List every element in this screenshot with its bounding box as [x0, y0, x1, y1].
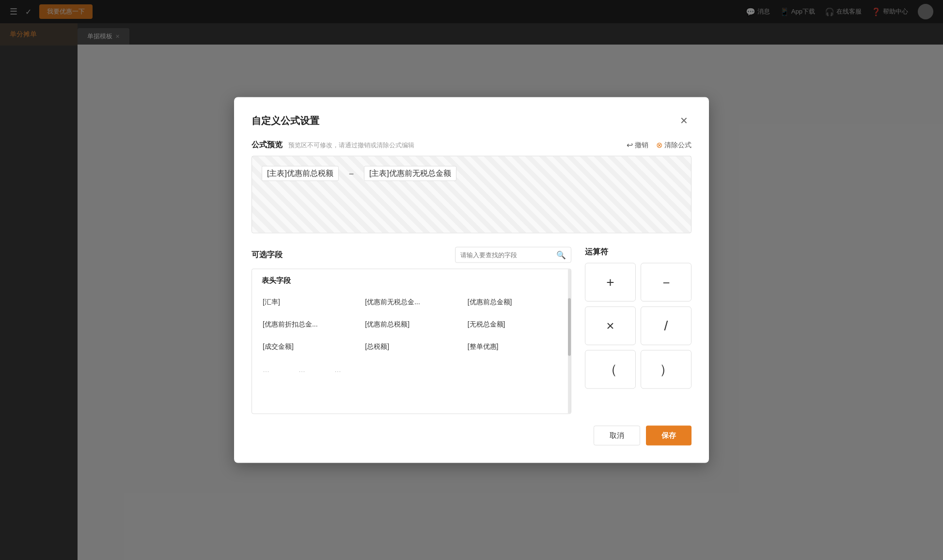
formula-operator-1: －: [345, 167, 358, 180]
fields-list-container[interactable]: 表头字段 [汇率] [优惠前无税总金... [优惠前总金额] [优惠前折扣总金.…: [251, 269, 571, 414]
operators-grid: + － × / （ ）: [585, 263, 692, 389]
search-icon: 🔍: [556, 250, 566, 260]
field-item[interactable]: [优惠前折扣总金...: [258, 313, 360, 336]
undo-icon: [627, 140, 633, 150]
field-item[interactable]: [整单优惠]: [463, 336, 565, 358]
modal-close-button[interactable]: ✕: [676, 113, 692, 128]
modal-title: 自定义公式设置: [251, 114, 319, 127]
operator-multiply-button[interactable]: ×: [585, 307, 636, 345]
save-button[interactable]: 保存: [646, 426, 692, 446]
fields-label: 可选字段: [251, 250, 283, 260]
operator-left-paren-button[interactable]: （: [585, 350, 636, 389]
field-search-box[interactable]: 🔍: [455, 247, 571, 263]
custom-formula-modal: 自定义公式设置 ✕ 公式预览 预览区不可修改，请通过撤销或清除公式编辑 撤销 清…: [234, 97, 709, 463]
field-item[interactable]: [汇率]: [258, 291, 360, 313]
fields-more-row: ………: [252, 364, 571, 377]
field-item[interactable]: [优惠前总税额]: [360, 313, 462, 336]
operator-divide-button[interactable]: /: [641, 307, 692, 345]
field-item[interactable]: [成交金额]: [258, 336, 360, 358]
modal-header: 自定义公式设置 ✕: [251, 113, 692, 128]
field-item[interactable]: [优惠前总金额]: [463, 291, 565, 313]
operators-label: 运算符: [585, 247, 692, 257]
field-search-input[interactable]: [460, 251, 553, 259]
formula-actions: 撤销 清除公式: [627, 140, 692, 150]
formula-label-row: 公式预览 预览区不可修改，请通过撤销或清除公式编辑 撤销 清除公式: [251, 140, 692, 150]
fields-grid: [汇率] [优惠前无税总金... [优惠前总金额] [优惠前折扣总金... [优…: [252, 289, 571, 364]
clear-icon: [656, 140, 662, 150]
formula-hint: 预览区不可修改，请通过撤销或清除公式编辑: [288, 140, 414, 149]
field-item[interactable]: [无税总金额]: [463, 313, 565, 336]
clear-formula-button[interactable]: 清除公式: [656, 140, 692, 150]
field-item[interactable]: [总税额]: [360, 336, 462, 358]
formula-tag-1: [主表]优惠前总税额: [262, 166, 339, 181]
field-item[interactable]: [优惠前无税总金...: [360, 291, 462, 313]
bottom-section: 可选字段 🔍 表头字段 [汇率] [优惠前无税总金... [优惠前总金额] [优…: [251, 247, 692, 414]
cancel-button[interactable]: 取消: [594, 426, 640, 446]
fields-label-row: 可选字段 🔍: [251, 247, 571, 263]
modal-footer: 取消 保存: [251, 426, 692, 446]
scroll-thumb: [568, 298, 571, 356]
undo-button[interactable]: 撤销: [627, 140, 648, 150]
operator-minus-button[interactable]: －: [641, 263, 692, 302]
operators-section: 运算符 + － × / （ ）: [585, 247, 692, 414]
operator-right-paren-button[interactable]: ）: [641, 350, 692, 389]
formula-preview-box: [主表]优惠前总税额 － [主表]优惠前无税总金额: [251, 156, 692, 233]
fields-section: 可选字段 🔍 表头字段 [汇率] [优惠前无税总金... [优惠前总金额] [优…: [251, 247, 571, 414]
scroll-indicator: [568, 269, 571, 414]
formula-tag-2: [主表]优惠前无税总金额: [364, 166, 456, 181]
fields-category: 表头字段: [252, 269, 571, 289]
formula-preview-label: 公式预览: [251, 140, 283, 150]
formula-content: [主表]优惠前总税额 － [主表]优惠前无税总金额: [262, 166, 681, 181]
formula-preview-section: 公式预览 预览区不可修改，请通过撤销或清除公式编辑 撤销 清除公式 [主表]优惠…: [251, 140, 692, 233]
formula-label-group: 公式预览 预览区不可修改，请通过撤销或清除公式编辑: [251, 140, 414, 150]
operator-plus-button[interactable]: +: [585, 263, 636, 302]
